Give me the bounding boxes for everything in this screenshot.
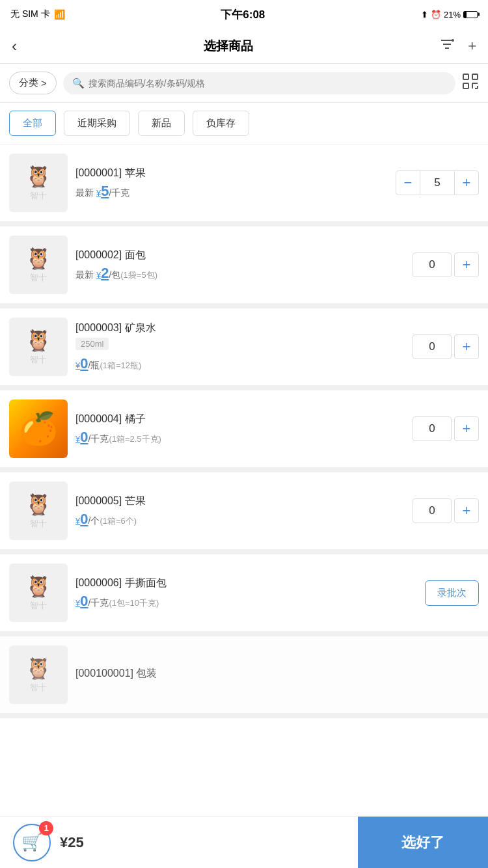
price-unit-5: /个 [88, 515, 100, 526]
price-unit-2: /包 [109, 269, 120, 280]
price-prefix-1: 最新 [75, 187, 94, 198]
qty-input-5[interactable] [413, 498, 452, 523]
price-pack-3: (1箱=12瓶) [100, 360, 141, 370]
product-price-1: 最新 ¥5/千克 [75, 183, 388, 200]
product-thumbnail-7: 🦉 智十 [9, 645, 68, 704]
product-spec-3: 250ml [75, 338, 109, 350]
batch-control-6: 录批次 [425, 580, 479, 606]
list-item: 🦉 智十 [000100001] 包装 [0, 636, 488, 718]
placeholder-owl-icon: 🦉 [25, 328, 51, 353]
list-item: 🦉 智十 [0000005] 芒果 ¥0/个(1箱=6个) + [0, 472, 488, 554]
qty-increase-2[interactable]: + [454, 252, 479, 277]
qty-input-1[interactable] [420, 170, 454, 195]
list-item: 🍊 [0000004] 橘子 ¥0/千克(1箱=2.5千克) + [0, 390, 488, 472]
price-unit-6: /千克 [88, 597, 109, 608]
price-num-6: 0 [80, 593, 88, 609]
price-num-5: 0 [80, 511, 88, 527]
list-item: 🦉 智十 [0000001] 苹果 最新 ¥5/千克 − + [0, 144, 488, 226]
qty-input-2[interactable] [413, 252, 452, 277]
category-label: 分类 [19, 77, 38, 89]
placeholder-brand-text: 智十 [30, 190, 47, 202]
placeholder-brand-text: 智十 [30, 682, 47, 694]
price-pack-5: (1箱=6个) [100, 516, 137, 526]
list-item: 🦉 智十 [0000006] 手撕面包 ¥0/千克(1包=10千克) 录批次 [0, 554, 488, 636]
confirm-button[interactable]: 选好了 [358, 817, 488, 869]
qty-control-3: + [413, 334, 479, 359]
qty-control-5: + [413, 498, 479, 523]
product-name-1: [0000001] 苹果 [75, 167, 388, 180]
filter-bar: 分类 > 🔍 [0, 64, 488, 103]
qty-increase-5[interactable]: + [454, 498, 479, 523]
product-thumbnail-4: 🍊 [9, 400, 68, 458]
qty-increase-3[interactable]: + [454, 334, 479, 359]
product-price-2: 最新 ¥2/包(1袋=5包) [75, 265, 405, 282]
search-icon: 🔍 [72, 77, 85, 89]
placeholder-owl-icon: 🦉 [25, 246, 51, 271]
search-input[interactable] [88, 78, 446, 88]
price-pack-4: (1箱=2.5千克) [109, 434, 161, 444]
cart-total: ¥25 [60, 834, 84, 851]
product-thumbnail-1: 🦉 智十 [9, 154, 68, 212]
price-unit-1: /千克 [109, 187, 129, 198]
product-name-4: [0000004] 橘子 [75, 413, 405, 426]
product-name-6: [0000006] 手撕面包 [75, 576, 417, 590]
qty-control-2: + [413, 252, 479, 277]
qty-increase-1[interactable]: + [454, 170, 479, 195]
product-info-6: [0000006] 手撕面包 ¥0/千克(1包=10千克) [75, 576, 417, 610]
svg-rect-4 [463, 74, 468, 79]
page-title: 选择商品 [204, 38, 253, 55]
price-num-2: 2 [101, 265, 109, 281]
alarm-icon: ⏰ [431, 10, 441, 20]
placeholder-owl-icon: 🦉 [25, 492, 51, 517]
status-time: 下午6:08 [221, 7, 265, 22]
placeholder-brand-text: 智十 [30, 600, 47, 612]
battery-icon [463, 11, 478, 18]
carrier-text: 无 SIM 卡 [10, 8, 50, 20]
filter-icon[interactable] [439, 36, 455, 56]
product-info-1: [0000001] 苹果 最新 ¥5/千克 [75, 167, 388, 200]
status-carrier: 无 SIM 卡 📶 [10, 8, 65, 20]
product-info-3: [0000003] 矿泉水 250ml ¥0/瓶(1箱=12瓶) [75, 321, 405, 372]
wifi-icon: 📶 [54, 9, 65, 20]
status-bar: 无 SIM 卡 📶 下午6:08 ⬆ ⏰ 21% [0, 0, 488, 29]
cart-badge: 1 [39, 821, 53, 835]
batch-button-6[interactable]: 录批次 [425, 580, 479, 606]
price-unit-3: /瓶 [88, 360, 100, 370]
qty-decrease-1[interactable]: − [396, 170, 420, 195]
tab-recent[interactable]: 近期采购 [64, 111, 130, 136]
tab-all[interactable]: 全部 [9, 111, 56, 136]
location-icon: ⬆ [421, 10, 428, 20]
price-num-1: 5 [101, 183, 109, 199]
product-info-4: [0000004] 橘子 ¥0/千克(1箱=2.5千克) [75, 413, 405, 446]
qty-increase-4[interactable]: + [454, 416, 479, 441]
nav-actions: + [439, 36, 476, 56]
qty-input-4[interactable] [413, 416, 452, 441]
placeholder-owl-icon: 🦉 [25, 574, 51, 599]
product-price-3: ¥0/瓶(1箱=12瓶) [75, 355, 405, 372]
cart-button[interactable]: 🛒 1 [13, 824, 51, 861]
product-thumbnail-5: 🦉 智十 [9, 481, 68, 540]
product-info-5: [0000005] 芒果 ¥0/个(1箱=6个) [75, 495, 405, 528]
qty-input-3[interactable] [413, 334, 452, 359]
category-button[interactable]: 分类 > [9, 72, 57, 94]
battery-percent: 21% [444, 10, 461, 20]
qty-control-1: − + [396, 170, 479, 195]
product-price-5: ¥0/个(1箱=6个) [75, 511, 405, 528]
product-list: 🦉 智十 [0000001] 苹果 最新 ¥5/千克 − + 🦉 智十 [000… [0, 144, 488, 718]
product-name-5: [0000005] 芒果 [75, 495, 405, 508]
price-num-3: 0 [80, 355, 88, 372]
tab-new[interactable]: 新品 [138, 111, 185, 136]
nav-bar: ‹ 选择商品 + [0, 29, 488, 64]
back-button[interactable]: ‹ [12, 37, 17, 55]
tab-negative[interactable]: 负库存 [193, 111, 249, 136]
add-button[interactable]: + [468, 38, 476, 55]
product-price-4: ¥0/千克(1箱=2.5千克) [75, 429, 405, 446]
placeholder-brand-text: 智十 [30, 354, 47, 366]
price-pack-6: (1包=10千克) [109, 598, 159, 608]
bottom-bar: 🛒 1 ¥25 选好了 [0, 816, 488, 868]
product-price-6: ¥0/千克(1包=10千克) [75, 593, 417, 610]
tab-bar: 全部 近期采购 新品 负库存 [0, 103, 488, 144]
product-thumbnail-2: 🦉 智十 [9, 236, 68, 294]
search-box: 🔍 [63, 72, 455, 94]
scan-icon[interactable] [462, 73, 479, 94]
